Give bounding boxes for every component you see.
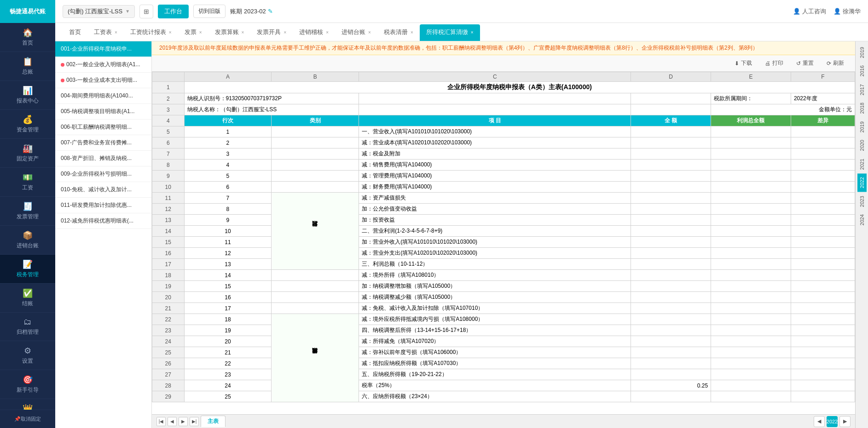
sidebar-item-settle[interactable]: ✅ 结账 (0, 284, 55, 313)
tab-invoice-open-close[interactable]: × (284, 30, 286, 35)
sidebar-item-settings[interactable]: ⚙ 设置 (0, 341, 55, 370)
cell-5f[interactable] (791, 126, 855, 137)
sidebar-item-guide[interactable]: 🎯 新手引导 (0, 370, 55, 399)
cell-26a[interactable]: 22 (184, 358, 272, 369)
cell-8e[interactable] (711, 160, 791, 171)
sheet-nav-prev[interactable]: ◀ (168, 417, 177, 426)
cell-28f[interactable] (791, 380, 855, 391)
cell-19e[interactable] (711, 281, 791, 292)
report-item-010[interactable]: 010-免税、减计收入及加计... (55, 182, 151, 198)
tab-tax-clear[interactable]: 税表清册 × (377, 24, 420, 41)
cell-27d[interactable] (631, 369, 711, 380)
sheet-nav-next[interactable]: ▶ (179, 417, 188, 426)
cell-23c[interactable]: 四、纳税调整后所得（13-14+15-16-17+18） (359, 325, 631, 336)
year-2016[interactable]: 2016 (857, 62, 867, 80)
cell-29e[interactable] (711, 391, 791, 402)
cell-28e[interactable] (711, 380, 791, 391)
cell-25e[interactable] (711, 347, 791, 358)
cell-14d[interactable] (631, 226, 711, 237)
tab-invoice[interactable]: 发票 × (178, 24, 208, 41)
tab-invoice-close[interactable]: × (199, 30, 202, 35)
sheet-scroll-right[interactable]: ▶ (839, 416, 851, 427)
cell-11f[interactable] (791, 193, 855, 204)
sheet-nav-prev-prev[interactable]: |◀ (156, 417, 166, 426)
cell-6e[interactable] (711, 137, 791, 148)
cell-16f[interactable] (791, 248, 855, 259)
cell-16e[interactable] (711, 248, 791, 259)
year-2019[interactable]: 2019 (857, 118, 867, 136)
cell-18c[interactable]: 减：境外所得（填写A108010） (359, 270, 631, 281)
cell-23e[interactable] (711, 325, 791, 336)
cell-18f[interactable] (791, 270, 855, 281)
cell-29c[interactable]: 六、应纳所得税额（23×24） (359, 391, 631, 402)
tab-income-tax-close[interactable]: × (471, 30, 474, 35)
cell-27f[interactable] (791, 369, 855, 380)
cell-22f[interactable] (791, 314, 855, 325)
cell-19c[interactable]: 加：纳税调整增加额（填写A105000） (359, 281, 631, 292)
cell-19f[interactable] (791, 281, 855, 292)
cell-9a[interactable]: 5 (184, 171, 272, 182)
cell-8a[interactable]: 4 (184, 160, 272, 171)
cell-12e[interactable] (711, 204, 791, 215)
cell-17e[interactable] (711, 259, 791, 270)
sheet-scroll-left[interactable]: ◀ (814, 416, 825, 427)
cell-7c[interactable]: 减：税金及附加 (359, 148, 631, 160)
year-2018[interactable]: 2018 (857, 99, 867, 117)
cell-9d[interactable] (631, 171, 711, 182)
tab-purchase-ledger-close[interactable]: × (368, 30, 371, 35)
cell-21e[interactable] (711, 303, 791, 314)
cell-29d[interactable] (631, 391, 711, 402)
year-2019-top[interactable]: 2019 (857, 43, 867, 62)
cell-8f[interactable] (791, 160, 855, 171)
cell-20f[interactable] (791, 292, 855, 303)
cell-26f[interactable] (791, 358, 855, 369)
cell-28d[interactable]: 0.25 (631, 380, 711, 391)
refresh-button[interactable]: ⟳ 刷新 (823, 58, 848, 68)
cell-20e[interactable] (711, 292, 791, 303)
cell-12c[interactable]: 加：公允价值变动收益 (359, 204, 631, 215)
sheet-tab-main[interactable]: 主表 (201, 416, 226, 427)
cell-21f[interactable] (791, 303, 855, 314)
year-2023[interactable]: 2023 (857, 192, 867, 211)
cell-16a[interactable]: 12 (184, 248, 272, 259)
cell-14e[interactable] (711, 226, 791, 237)
cell-10d[interactable] (631, 182, 711, 193)
sidebar-item-purchase[interactable]: 📦 进销台账 (0, 226, 55, 255)
download-button[interactable]: ⬇ 下载 (731, 58, 756, 68)
print-button[interactable]: 🖨 打印 (761, 58, 787, 68)
year-2021[interactable]: 2021 (857, 155, 867, 173)
tab-income-tax[interactable]: 所得税汇算清缴 × (420, 24, 480, 41)
tab-salary-close[interactable]: × (115, 30, 117, 35)
sidebar-item-member[interactable]: 👑 畅会员 (0, 399, 55, 410)
cell-26e[interactable] (711, 358, 791, 369)
cell-21c[interactable]: 减：免税、减计收入及加计扣除（填写A107010） (359, 303, 631, 314)
sidebar-item-report[interactable]: 📊 报表中心 (0, 81, 55, 110)
cell-13f[interactable] (791, 215, 855, 226)
cell-23f[interactable] (791, 325, 855, 336)
cell-17a[interactable]: 13 (184, 259, 272, 270)
company-selector[interactable]: (勾删) 江西服宝-LSS ▼ (63, 5, 135, 18)
report-item-008[interactable]: 008-资产折旧、摊销及纳税... (55, 151, 151, 166)
cell-5a[interactable]: 1 (184, 126, 272, 137)
cell-12a[interactable]: 8 (184, 204, 272, 215)
cell-25d[interactable] (631, 347, 711, 358)
cell-5c[interactable]: 一、营业收入(填写A101010\101020\103000) (359, 126, 631, 137)
sidebar-item-home[interactable]: 🏠 首页 (0, 23, 55, 52)
cell-20c[interactable]: 减：纳税调整减少额（填写A105000） (359, 292, 631, 303)
sidebar-item-archive[interactable]: 🗂 归档管理 (0, 313, 55, 341)
tab-salary-stats-close[interactable]: × (169, 30, 172, 35)
switch-version-button[interactable]: 切到旧版 (193, 5, 226, 18)
cell-7e[interactable] (711, 148, 791, 160)
cell-7a[interactable]: 3 (184, 148, 272, 160)
ai-consult[interactable]: 👤 人工咨询 (793, 7, 826, 16)
cell-27a[interactable]: 23 (184, 369, 272, 380)
copy-btn[interactable]: ⊞ (139, 5, 153, 18)
cell-11d[interactable] (631, 193, 711, 204)
cell-12d[interactable] (631, 204, 711, 215)
report-item-007[interactable]: 007-广告费和业务宣传费摊... (55, 135, 151, 151)
cell-6c[interactable]: 减：营业成本(填写A102010\102020\103000) (359, 137, 631, 148)
cell-15c[interactable]: 加：营业外收入(填写A101010\101020\103000) (359, 237, 631, 248)
cell-14f[interactable] (791, 226, 855, 237)
cell-13c[interactable]: 加：投资收益 (359, 215, 631, 226)
cell-22c[interactable]: 减：境外应税所得抵减境内亏损（填写A108000） (359, 314, 631, 325)
